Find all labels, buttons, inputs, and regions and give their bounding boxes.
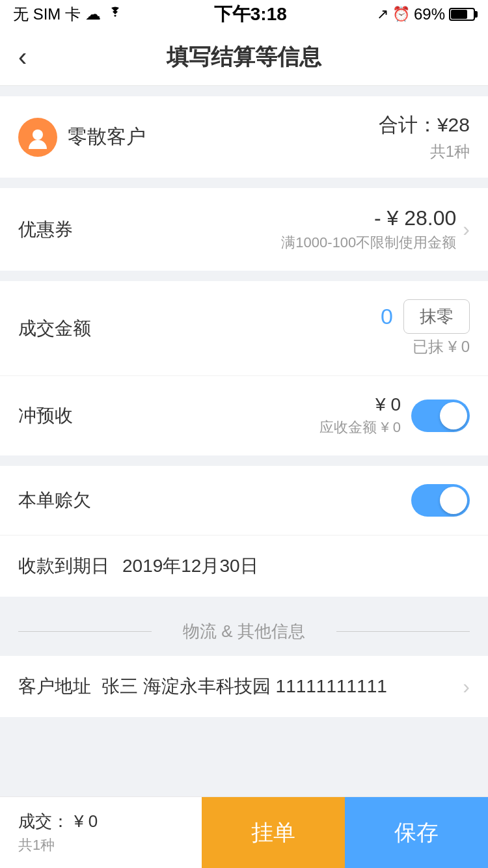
bottom-info: 成交： ¥ 0 共1种 xyxy=(0,810,202,855)
transaction-value[interactable]: 0 xyxy=(381,304,393,329)
total-count: 共1种 xyxy=(379,141,470,162)
status-bar: 无 SIM 卡 ☁ 下午3:18 ↗ ⏰ 69% xyxy=(0,0,488,29)
address-row[interactable]: 客户地址 张三 海淀永丰科技园 11111111111 › xyxy=(0,656,488,717)
battery-icon xyxy=(449,8,475,21)
coupon-label: 优惠券 xyxy=(18,217,73,242)
transaction-row: 成交金额 0 抹零 已抹 ¥ 0 xyxy=(0,281,488,375)
bottom-count: 共1种 xyxy=(18,835,183,855)
coupon-section[interactable]: 优惠券 - ¥ 28.00 满1000-100不限制使用金额 › xyxy=(0,188,488,271)
prereceive-row: 冲预收 ¥ 0 应收金额 ¥ 0 xyxy=(0,375,488,455)
status-left: 无 SIM 卡 ☁ xyxy=(13,4,124,25)
bottom-deal-row: 成交： ¥ 0 xyxy=(18,810,183,833)
round-zero-button[interactable]: 抹零 xyxy=(403,299,470,334)
credit-section: 本单赊欠 收款到期日 2019年12月30日 xyxy=(0,466,488,597)
svg-point-0 xyxy=(33,129,43,140)
prereceive-amount: ¥ 0 xyxy=(319,394,401,415)
customer-right: 合计：¥28 共1种 xyxy=(379,112,470,162)
duedate-value[interactable]: 2019年12月30日 xyxy=(122,554,258,578)
coupon-description: 满1000-100不限制使用金额 xyxy=(281,233,456,252)
status-time: 下午3:18 xyxy=(214,2,287,27)
prereceive-toggle[interactable] xyxy=(411,400,470,432)
amount-input-area: 0 抹零 xyxy=(381,299,470,334)
content-area: 零散客户 合计：¥28 共1种 优惠券 - ¥ 28.00 满1000-100不… xyxy=(0,96,488,795)
duedate-label: 收款到期日 xyxy=(18,554,109,578)
coupon-row[interactable]: 优惠券 - ¥ 28.00 满1000-100不限制使用金额 › xyxy=(0,188,488,271)
chevron-right-icon: › xyxy=(463,217,470,241)
customer-avatar xyxy=(18,118,57,157)
customer-section: 零散客户 合计：¥28 共1种 xyxy=(0,96,488,178)
location-icon: ↗ xyxy=(377,6,388,23)
bottom-deal-amount: ¥ 0 xyxy=(74,811,98,832)
coupon-discount: - ¥ 28.00 xyxy=(281,206,456,230)
prereceive-label: 冲预收 xyxy=(18,403,73,428)
address-section[interactable]: 客户地址 张三 海淀永丰科技园 11111111111 › xyxy=(0,656,488,717)
logistics-divider-inner: 物流 & 其他信息 xyxy=(0,620,488,643)
divider-line-left xyxy=(18,631,152,632)
address-chevron-icon: › xyxy=(463,675,470,699)
transaction-label: 成交金额 xyxy=(18,316,91,341)
customer-row: 零散客户 合计：¥28 共1种 xyxy=(0,96,488,178)
wifi-icon xyxy=(106,5,124,23)
prereceive-right: ¥ 0 应收金额 ¥ 0 xyxy=(319,394,470,437)
receivable-text: 应收金额 ¥ 0 xyxy=(319,418,401,437)
address-value: 张三 海淀永丰科技园 11111111111 xyxy=(102,674,452,699)
status-right: ↗ ⏰ 69% xyxy=(377,5,475,23)
save-button[interactable]: 保存 xyxy=(345,797,488,869)
address-label: 客户地址 xyxy=(18,674,91,699)
hold-order-button[interactable]: 挂单 xyxy=(202,797,345,869)
logistics-divider: 物流 & 其他信息 xyxy=(0,607,488,656)
logistics-label: 物流 & 其他信息 xyxy=(183,620,305,643)
divider-line-right xyxy=(336,631,470,632)
transaction-section: 成交金额 0 抹零 已抹 ¥ 0 冲预收 ¥ 0 应收金额 ¥ 0 xyxy=(0,281,488,455)
customer-left: 零散客户 xyxy=(18,118,146,157)
credit-row: 本单赊欠 xyxy=(0,466,488,535)
page-title: 填写结算等信息 xyxy=(167,42,321,72)
coupon-right: - ¥ 28.00 满1000-100不限制使用金额 › xyxy=(281,206,470,252)
customer-name: 零散客户 xyxy=(68,124,146,150)
duedate-row: 收款到期日 2019年12月30日 xyxy=(0,535,488,597)
bottom-bar: 成交： ¥ 0 共1种 挂单 保存 xyxy=(0,796,488,868)
bottom-deal-label: 成交： xyxy=(18,810,69,833)
battery-percent: 69% xyxy=(414,5,445,23)
credit-toggle[interactable] xyxy=(411,484,470,517)
credit-label: 本单赊欠 xyxy=(18,488,91,513)
alarm-icon: ⏰ xyxy=(392,6,410,23)
total-amount: 合计：¥28 xyxy=(379,112,470,139)
already-rounded-text: 已抹 ¥ 0 xyxy=(381,336,470,357)
nav-bar: ‹ 填写结算等信息 xyxy=(0,29,488,86)
back-button[interactable]: ‹ xyxy=(18,42,27,72)
sim-status: 无 SIM 卡 ☁ xyxy=(13,4,101,25)
